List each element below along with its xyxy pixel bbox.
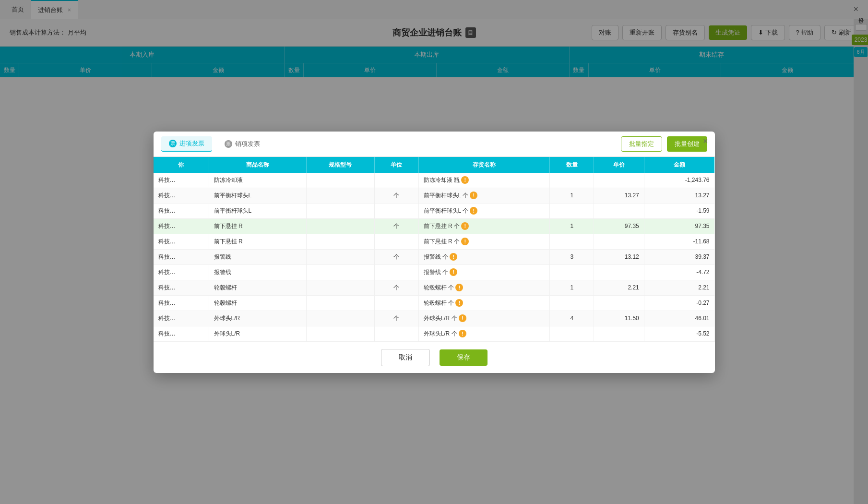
cell-quantity: 1 (550, 218, 594, 234)
col-unit: 单位 (374, 157, 418, 173)
cell-product-name: 前平衡杆球头L (209, 188, 307, 203)
cell-unit-price (594, 295, 644, 311)
cell-spec (307, 234, 374, 249)
cell-spec (307, 218, 374, 234)
cell-quantity (550, 173, 594, 188)
cell-stock-name: 外球头L/R 个 ! (418, 326, 550, 341)
col-stock-name: 存货名称 (418, 157, 550, 173)
modal-dialog: 票 进项发票 票 销项发票 批量指定 批量创建 × 你 商品名称 规格型号 (154, 132, 715, 373)
cell-unit: 个 (374, 218, 418, 234)
invoice-table: 你 商品名称 规格型号 单位 存货名称 数量 单价 金额 科技… 防冻冷却液 防… (154, 157, 715, 342)
cell-quantity: 1 (550, 188, 594, 203)
cell-stock-name: 报警线 个 ! (418, 264, 550, 280)
cell-stock-name: 前下悬挂 R 个 ! (418, 218, 550, 234)
tab-outgoing-invoice[interactable]: 票 销项发票 (217, 137, 268, 151)
cell-unit: 个 (374, 311, 418, 326)
tab-incoming-invoice[interactable]: 票 进项发票 (161, 136, 212, 152)
cell-unit-price (594, 326, 644, 341)
cell-unit (374, 264, 418, 280)
table-row: 科技… 前下悬挂 R 前下悬挂 R 个 ! -11.68 (154, 234, 715, 249)
cell-company: 科技… (154, 249, 209, 264)
cell-unit-price (594, 234, 644, 249)
table-row: 科技… 轮毂螺杆 个 轮毂螺杆 个 ! 1 2.21 2.21 (154, 280, 715, 295)
table-row: 科技… 前平衡杆球头L 个 前平衡杆球头L 个 ! 1 13.27 13.27 (154, 188, 715, 203)
modal-actions: 批量指定 批量创建 (621, 136, 707, 152)
cell-quantity (550, 295, 594, 311)
cell-amount: 39.37 (644, 249, 714, 264)
cell-amount: -11.68 (644, 234, 714, 249)
cell-amount: 97.35 (644, 218, 714, 234)
cell-company: 科技… (154, 218, 209, 234)
cell-product-name: 防冻冷却液 (209, 173, 307, 188)
table-row: 科技… 前平衡杆球头L 前平衡杆球头L 个 ! -1.59 (154, 203, 715, 218)
cell-company: 科技… (154, 234, 209, 249)
cell-company: 科技… (154, 264, 209, 280)
cell-quantity (550, 234, 594, 249)
cell-amount: -1.59 (644, 203, 714, 218)
cell-unit-price: 13.27 (594, 188, 644, 203)
warning-icon: ! (459, 314, 466, 322)
col-quantity: 数量 (550, 157, 594, 173)
cell-quantity: 1 (550, 280, 594, 295)
cell-amount: 13.27 (644, 188, 714, 203)
cell-product-name: 轮毂螺杆 (209, 295, 307, 311)
cell-spec (307, 311, 374, 326)
cell-product-name: 报警线 (209, 249, 307, 264)
warning-icon: ! (450, 268, 457, 276)
incoming-invoice-icon: 票 (169, 140, 177, 147)
cell-quantity (550, 203, 594, 218)
cell-amount: 46.01 (644, 311, 714, 326)
modal-footer: 取消 保存 (154, 342, 715, 373)
cell-unit: 个 (374, 188, 418, 203)
modal-table-wrap[interactable]: 你 商品名称 规格型号 单位 存货名称 数量 单价 金额 科技… 防冻冷却液 防… (154, 157, 715, 342)
modal-close-icon[interactable]: × (703, 136, 708, 146)
cell-product-name: 外球头L/R (209, 326, 307, 341)
cell-product-name: 前下悬挂 R (209, 234, 307, 249)
col-unit-price: 单价 (594, 157, 644, 173)
warning-icon: ! (459, 330, 466, 337)
cell-spec (307, 295, 374, 311)
table-row: 科技… 轮毂螺杆 轮毂螺杆 个 ! -0.27 (154, 295, 715, 311)
cell-spec (307, 326, 374, 341)
cell-product-name: 前平衡杆球头L (209, 203, 307, 218)
cell-quantity: 3 (550, 249, 594, 264)
modal-overlay: 票 进项发票 票 销项发票 批量指定 批量创建 × 你 商品名称 规格型号 (0, 0, 868, 504)
cell-unit-price: 97.35 (594, 218, 644, 234)
cell-company: 科技… (154, 188, 209, 203)
cell-stock-name: 前下悬挂 R 个 ! (418, 234, 550, 249)
cell-unit (374, 234, 418, 249)
cell-company: 科技… (154, 173, 209, 188)
cell-unit (374, 295, 418, 311)
save-button[interactable]: 保存 (440, 349, 488, 366)
warning-icon: ! (470, 207, 477, 215)
cell-spec (307, 280, 374, 295)
cell-product-name: 轮毂螺杆 (209, 280, 307, 295)
table-row: 科技… 报警线 个 报警线 个 ! 3 13.12 39.37 (154, 249, 715, 264)
cell-unit-price: 11.50 (594, 311, 644, 326)
cell-stock-name: 防冻冷却液 瓶 ! (418, 173, 550, 188)
warning-icon: ! (470, 192, 477, 199)
cell-amount: -0.27 (644, 295, 714, 311)
col-amount: 金额 (644, 157, 714, 173)
cell-unit-price (594, 203, 644, 218)
cell-company: 科技… (154, 326, 209, 341)
batch-create-button[interactable]: 批量创建 (667, 136, 707, 152)
table-row: 科技… 防冻冷却液 防冻冷却液 瓶 ! -1,243.76 (154, 173, 715, 188)
cell-stock-name: 报警线 个 ! (418, 249, 550, 264)
table-header-row: 你 商品名称 规格型号 单位 存货名称 数量 单价 金额 (154, 157, 715, 173)
cell-stock-name: 前平衡杆球头L 个 ! (418, 188, 550, 203)
col-product-name: 商品名称 (209, 157, 307, 173)
col-company: 你 (154, 157, 209, 173)
cell-unit: 个 (374, 280, 418, 295)
cell-spec (307, 173, 374, 188)
cell-stock-name: 轮毂螺杆 个 ! (418, 280, 550, 295)
cell-company: 科技… (154, 295, 209, 311)
cell-spec (307, 249, 374, 264)
cell-stock-name: 外球头L/R 个 ! (418, 311, 550, 326)
batch-assign-button[interactable]: 批量指定 (621, 136, 662, 152)
cell-amount: 2.21 (644, 280, 714, 295)
cancel-button[interactable]: 取消 (381, 349, 430, 366)
cell-unit (374, 173, 418, 188)
cell-unit-price: 13.12 (594, 249, 644, 264)
warning-icon: ! (450, 253, 457, 261)
